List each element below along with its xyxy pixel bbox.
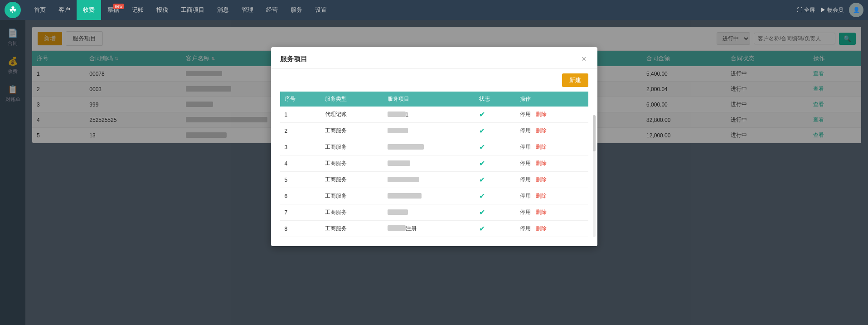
- delete-action[interactable]: 删除: [536, 225, 547, 232]
- modal-cell-type: 工商服务: [320, 139, 383, 155]
- delete-action[interactable]: 删除: [536, 209, 547, 215]
- modal-cell-seq: 4: [280, 155, 320, 172]
- modal-table-row: 1 代理记账 1 ✔ 停用 删除: [280, 107, 588, 123]
- modal-table-row: 3 工商服务 ✔ 停用 删除: [280, 139, 588, 155]
- modal-cell-actions: 停用 删除: [515, 188, 588, 204]
- status-check-icon: ✔: [479, 192, 485, 200]
- modal-table-row: 5 工商服务 ✔ 停用 删除: [280, 172, 588, 188]
- modal-cell-type: 工商服务: [320, 123, 383, 139]
- nav-invoice[interactable]: 票据 new: [101, 0, 126, 20]
- service-item-modal: 服务项目 × 新建 序号 服务类型 服务项目 状态 操作 1 代理记账: [271, 47, 597, 246]
- modal-cell-seq: 3: [280, 139, 320, 155]
- modal-cell-status: ✔: [475, 204, 515, 221]
- stop-action[interactable]: 停用: [520, 225, 531, 232]
- delete-action[interactable]: 删除: [536, 127, 547, 134]
- modal-col-type: 服务类型: [320, 92, 383, 107]
- modal-close-button[interactable]: ×: [580, 54, 588, 64]
- service-table: 序号 服务类型 服务项目 状态 操作 1 代理记账 1 ✔ 停用 删除 2 工商…: [280, 92, 588, 237]
- modal-cell-type: 工商服务: [320, 188, 383, 204]
- modal-cell-type: 工商服务: [320, 172, 383, 188]
- modal-col-action: 操作: [515, 92, 588, 107]
- modal-cell-item: 1: [383, 107, 475, 123]
- modal-cell-item: [383, 204, 475, 221]
- modal-col-item: 服务项目: [383, 92, 475, 107]
- delete-action[interactable]: 删除: [536, 160, 547, 166]
- top-navigation: ☘ 首页 客户 收费 票据 new 记账 报税 工商项目 消息 管理 经营 服务…: [0, 0, 868, 20]
- modal-cell-item: [383, 123, 475, 139]
- avatar[interactable]: 👤: [849, 3, 863, 17]
- nav-bookkeeping[interactable]: 记账: [126, 0, 150, 20]
- app-logo: ☘: [5, 2, 21, 18]
- modal-body: 序号 服务类型 服务项目 状态 操作 1 代理记账 1 ✔ 停用 删除 2 工商…: [271, 92, 597, 246]
- modal-cell-seq: 2: [280, 123, 320, 139]
- delete-action[interactable]: 删除: [536, 111, 547, 117]
- modal-header: 服务项目 ×: [271, 47, 597, 69]
- member-icon[interactable]: ▶ 畅会员: [820, 6, 844, 14]
- modal-cell-seq: 8: [280, 221, 320, 237]
- status-check-icon: ✔: [479, 176, 485, 184]
- modal-col-status: 状态: [475, 92, 515, 107]
- nav-customer[interactable]: 客户: [52, 0, 77, 20]
- modal-table-row: 4 工商服务 ✔ 停用 删除: [280, 155, 588, 172]
- modal-cell-actions: 停用 删除: [515, 155, 588, 172]
- modal-cell-actions: 停用 删除: [515, 172, 588, 188]
- nav-message[interactable]: 消息: [211, 0, 235, 20]
- nav-business[interactable]: 工商项目: [175, 0, 211, 20]
- modal-cell-status: ✔: [475, 221, 515, 237]
- delete-action[interactable]: 删除: [536, 193, 547, 199]
- modal-cell-actions: 停用 删除: [515, 221, 588, 237]
- modal-cell-status: ✔: [475, 139, 515, 155]
- modal-table-header: 序号 服务类型 服务项目 状态 操作: [280, 92, 588, 107]
- nav-operation[interactable]: 经营: [260, 0, 284, 20]
- modal-table-row: 7 工商服务 ✔ 停用 删除: [280, 204, 588, 221]
- stop-action[interactable]: 停用: [520, 209, 531, 215]
- stop-action[interactable]: 停用: [520, 160, 531, 166]
- modal-cell-type: 工商服务: [320, 221, 383, 237]
- modal-cell-status: ✔: [475, 123, 515, 139]
- delete-action[interactable]: 删除: [536, 144, 547, 150]
- scrollbar-thumb[interactable]: [593, 115, 596, 151]
- nav-fee[interactable]: 收费: [77, 0, 101, 20]
- modal-cell-item: [383, 139, 475, 155]
- modal-cell-type: 工商服务: [320, 155, 383, 172]
- modal-cell-status: ✔: [475, 188, 515, 204]
- modal-cell-seq: 1: [280, 107, 320, 123]
- modal-table-row: 8 工商服务 注册 ✔ 停用 删除: [280, 221, 588, 237]
- nav-home[interactable]: 首页: [28, 0, 52, 20]
- nav-settings[interactable]: 设置: [309, 0, 333, 20]
- modal-cell-actions: 停用 删除: [515, 204, 588, 221]
- delete-action[interactable]: 删除: [536, 176, 547, 183]
- modal-cell-status: ✔: [475, 172, 515, 188]
- modal-toolbar: 新建: [271, 69, 597, 92]
- modal-cell-seq: 5: [280, 172, 320, 188]
- nav-service[interactable]: 服务: [284, 0, 309, 20]
- stop-action[interactable]: 停用: [520, 111, 531, 117]
- stop-action[interactable]: 停用: [520, 127, 531, 134]
- status-check-icon: ✔: [479, 143, 485, 151]
- modal-cell-type: 代理记账: [320, 107, 383, 123]
- modal-cell-item: [383, 155, 475, 172]
- modal-cell-item: [383, 172, 475, 188]
- status-check-icon: ✔: [479, 127, 485, 135]
- nav-manage[interactable]: 管理: [235, 0, 260, 20]
- status-check-icon: ✔: [479, 160, 485, 167]
- modal-cell-status: ✔: [475, 155, 515, 172]
- modal-col-seq: 序号: [280, 92, 320, 107]
- modal-new-button[interactable]: 新建: [562, 73, 588, 87]
- status-check-icon: ✔: [479, 209, 485, 216]
- status-check-icon: ✔: [479, 225, 485, 233]
- modal-cell-seq: 7: [280, 204, 320, 221]
- fullscreen-icon[interactable]: ⛶ 全屏: [797, 6, 815, 14]
- modal-table-row: 2 工商服务 ✔ 停用 删除: [280, 123, 588, 139]
- stop-action[interactable]: 停用: [520, 144, 531, 150]
- modal-cell-status: ✔: [475, 107, 515, 123]
- modal-table-row: 6 工商服务 ✔ 停用 删除: [280, 188, 588, 204]
- top-right-actions: ⛶ 全屏 ▶ 畅会员 👤: [797, 3, 863, 17]
- modal-cell-actions: 停用 删除: [515, 123, 588, 139]
- modal-cell-actions: 停用 删除: [515, 107, 588, 123]
- scrollbar-track[interactable]: [593, 115, 596, 237]
- stop-action[interactable]: 停用: [520, 176, 531, 183]
- stop-action[interactable]: 停用: [520, 193, 531, 199]
- new-badge: new: [113, 4, 124, 9]
- nav-tax[interactable]: 报税: [150, 0, 175, 20]
